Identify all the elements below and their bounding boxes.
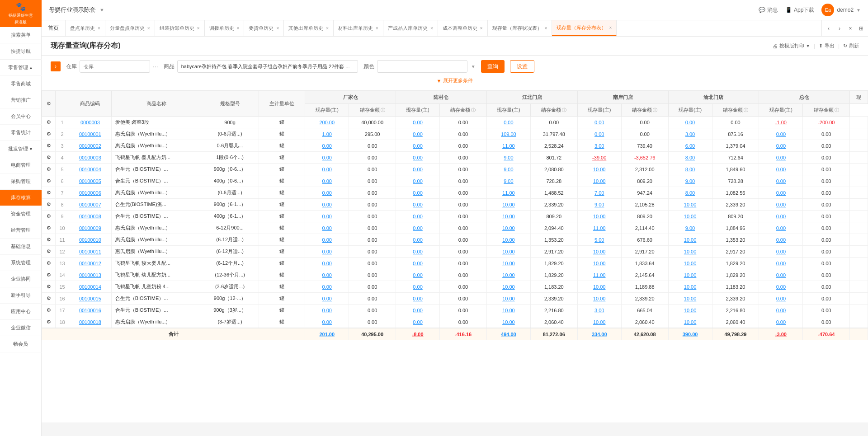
- row-cj-qty[interactable]: 1.00: [305, 128, 349, 140]
- close-icon[interactable]: ×: [237, 26, 240, 31]
- row-settings[interactable]: ⚙: [42, 187, 56, 199]
- row-jb-qty[interactable]: 10.00: [486, 305, 530, 316]
- row-yb-qty[interactable]: 9.00: [668, 222, 712, 234]
- sidebar-item-guide[interactable]: 新手引导: [0, 287, 42, 304]
- sidebar-item-weixin[interactable]: 企业微信: [0, 320, 42, 336]
- row-cj-qty[interactable]: 0.00: [305, 316, 349, 328]
- tab-item-partial-stock[interactable]: 分量盘点单历史 ×: [105, 20, 155, 36]
- row-cj-qty[interactable]: 0.00: [305, 140, 349, 152]
- row-zc-qty[interactable]: 0.00: [759, 316, 803, 328]
- warehouse-input[interactable]: [80, 60, 150, 73]
- row-cj-qty[interactable]: 0.00: [305, 175, 349, 187]
- row-code[interactable]: 00100002: [69, 140, 112, 152]
- close-icon[interactable]: ×: [276, 26, 279, 31]
- sidebar-item-inventory[interactable]: 库存核算: [0, 190, 42, 206]
- row-settings[interactable]: ⚙: [42, 128, 56, 140]
- row-cj-qty[interactable]: 0.00: [305, 305, 349, 316]
- row-zc-qty[interactable]: 0.00: [759, 140, 803, 152]
- row-jb-qty[interactable]: 11.00: [486, 140, 530, 152]
- row-yb-qty[interactable]: 10.00: [668, 293, 712, 305]
- row-code[interactable]: 00100005: [69, 175, 112, 187]
- row-lc-qty[interactable]: 0.00: [396, 281, 440, 293]
- row-zc-qty[interactable]: 0.00: [759, 222, 803, 234]
- row-zc-qty[interactable]: 0.00: [759, 269, 803, 281]
- row-lc-qty[interactable]: 0.00: [396, 164, 440, 175]
- row-cj-qty[interactable]: 0.00: [305, 211, 349, 222]
- row-code[interactable]: 00100012: [69, 258, 112, 269]
- sidebar-item-system[interactable]: 系统管理: [0, 255, 42, 271]
- close-icon[interactable]: ×: [480, 26, 483, 31]
- row-zc-qty[interactable]: 0.00: [759, 175, 803, 187]
- tab-item-cost-adjust[interactable]: 成本调整单历史 ×: [438, 20, 488, 36]
- sidebar-item-retail-mgmt[interactable]: 零售管理 ▲: [0, 60, 42, 76]
- row-settings[interactable]: ⚙: [42, 152, 56, 164]
- sidebar-item-ecommerce[interactable]: 电商管理: [0, 157, 42, 173]
- summary-jb-qty[interactable]: 494.00: [486, 328, 530, 340]
- row-yb-qty[interactable]: 10.00: [668, 211, 712, 222]
- row-settings[interactable]: ⚙: [42, 281, 56, 293]
- summary-yb-qty[interactable]: 390.00: [668, 328, 712, 340]
- setting-btn[interactable]: 设置: [510, 60, 534, 73]
- row-cj-qty[interactable]: 0.00: [305, 222, 349, 234]
- tab-item-transfer[interactable]: 调拨单历史 ×: [205, 20, 245, 36]
- row-code[interactable]: 00100013: [69, 269, 112, 281]
- row-code[interactable]: 00100004: [69, 164, 112, 175]
- row-code[interactable]: 00100003: [69, 152, 112, 164]
- tabs-close-btn[interactable]: ×: [845, 23, 855, 33]
- row-yb-qty[interactable]: 10.00: [668, 246, 712, 258]
- tab-item-stock-dist[interactable]: 现存量（库存分布表） ×: [552, 20, 617, 36]
- row-jb-qty[interactable]: 109.00: [486, 128, 530, 140]
- row-zc-qty[interactable]: 0.00: [759, 164, 803, 175]
- row-cj-qty[interactable]: 0.00: [305, 269, 349, 281]
- sidebar-item-marketing[interactable]: 营销推广: [0, 92, 42, 108]
- sidebar-item-members2[interactable]: 畅会员: [0, 336, 42, 352]
- row-jb-qty[interactable]: 9.00: [486, 175, 530, 187]
- row-settings[interactable]: ⚙: [42, 316, 56, 328]
- row-jb-qty[interactable]: 10.00: [486, 316, 530, 328]
- row-cj-qty[interactable]: 200.00: [305, 117, 349, 128]
- row-cj-qty[interactable]: 0.00: [305, 164, 349, 175]
- tab-home[interactable]: 首页: [42, 20, 66, 36]
- tab-item-stock-status[interactable]: 现存量（库存状况表） ×: [488, 20, 552, 36]
- row-yb-qty[interactable]: 10.00: [668, 269, 712, 281]
- row-code[interactable]: 00100014: [69, 281, 112, 293]
- row-yb-qty[interactable]: 0.00: [668, 117, 712, 128]
- row-lc-qty[interactable]: 0.00: [396, 305, 440, 316]
- tabs-prev-btn[interactable]: ‹: [824, 23, 834, 33]
- tab-item-stock-history[interactable]: 盘点单历史 ×: [66, 20, 105, 36]
- row-lc-qty[interactable]: 0.00: [396, 234, 440, 246]
- goods-input[interactable]: [177, 60, 358, 73]
- row-lc-qty[interactable]: 0.00: [396, 152, 440, 164]
- sidebar-quick-nav[interactable]: 快捷导航: [0, 43, 42, 60]
- row-zc-qty[interactable]: -1.00: [759, 117, 803, 128]
- sidebar-item-purchase[interactable]: 采购管理: [0, 173, 42, 190]
- query-btn[interactable]: 查询: [481, 60, 505, 73]
- row-code[interactable]: 0000003: [69, 117, 112, 128]
- row-yb-qty[interactable]: 10.00: [668, 234, 712, 246]
- row-cj-qty[interactable]: 0.00: [305, 258, 349, 269]
- row-jb-qty[interactable]: 9.00: [486, 164, 530, 175]
- row-lc-qty[interactable]: 0.00: [396, 140, 440, 152]
- row-na-qty[interactable]: 10.00: [577, 293, 621, 305]
- row-na-qty[interactable]: 10.00: [577, 246, 621, 258]
- expand-conditions-btn[interactable]: ▼ 展开更多条件: [433, 75, 477, 86]
- color-input[interactable]: [377, 60, 467, 73]
- row-jb-qty[interactable]: 10.00: [486, 258, 530, 269]
- summary-lc-qty[interactable]: -8.00: [396, 328, 440, 340]
- row-code[interactable]: 00100016: [69, 305, 112, 316]
- row-code[interactable]: 00100018: [69, 316, 112, 328]
- row-jb-qty[interactable]: 10.00: [486, 246, 530, 258]
- row-na-qty[interactable]: 0.00: [577, 117, 621, 128]
- row-na-qty[interactable]: 10.00: [577, 316, 621, 328]
- row-na-qty[interactable]: 10.00: [577, 258, 621, 269]
- row-na-qty[interactable]: 11.00: [577, 269, 621, 281]
- print-btn[interactable]: 🖨 按模版打印 ▼: [773, 42, 810, 49]
- tab-item-material-outbound[interactable]: 材料出库单历史 ×: [334, 20, 383, 36]
- row-zc-qty[interactable]: 0.00: [759, 128, 803, 140]
- row-jb-qty[interactable]: 10.00: [486, 281, 530, 293]
- row-na-qty[interactable]: 10.00: [577, 211, 621, 222]
- row-settings[interactable]: ⚙: [42, 117, 56, 128]
- row-cj-qty[interactable]: 0.00: [305, 234, 349, 246]
- row-code[interactable]: 00100008: [69, 211, 112, 222]
- row-lc-qty[interactable]: 0.00: [396, 117, 440, 128]
